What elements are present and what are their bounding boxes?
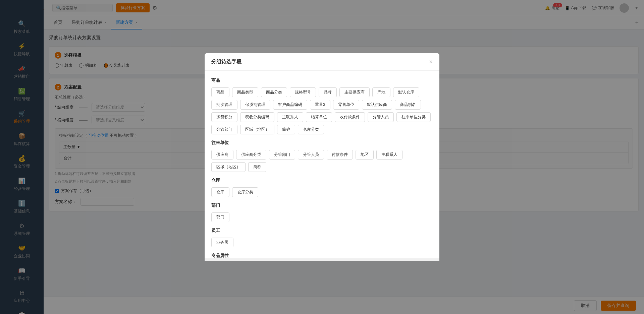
field-tag-0-9[interactable]: 保质期管理: [240, 100, 270, 110]
modal-section-fields-4: 业务员: [211, 238, 433, 247]
field-tag-0-10[interactable]: 客户商品编码: [273, 100, 307, 110]
modal-close-button[interactable]: ×: [429, 59, 433, 65]
field-tag-0-3[interactable]: 规格型号: [290, 87, 316, 97]
field-tag-0-5[interactable]: 主要供应商: [339, 87, 370, 97]
modal-section-fields-1: 供应商供应商分类分管部门分管人员付款条件地区主联系人区域（地区）简称: [211, 150, 433, 172]
field-tag-0-23[interactable]: 区域（地区）: [240, 125, 274, 134]
modal-section-title-5: 商品属性: [211, 253, 433, 259]
field-tag-1-7[interactable]: 区域（地区）: [211, 162, 246, 172]
field-tag-1-6[interactable]: 主联系人: [376, 150, 402, 160]
field-tag-0-7[interactable]: 默认仓库: [393, 87, 419, 97]
field-tag-0-1[interactable]: 商品类型: [232, 87, 258, 97]
field-tag-0-16[interactable]: 税收分类编码: [240, 112, 274, 122]
field-tag-2-1[interactable]: 仓库分类: [232, 187, 258, 197]
field-tag-4-0[interactable]: 业务员: [211, 238, 233, 247]
modal-title: 分组待选字段: [211, 59, 241, 65]
field-tag-0-12[interactable]: 零售单位: [333, 100, 359, 110]
modal-section-fields-0: 商品商品类型商品分类规格型号品牌主要供应商产地默认仓库批次管理保质期管理客户商品…: [211, 87, 433, 134]
field-tag-1-2[interactable]: 分管部门: [269, 150, 295, 160]
field-tag-0-4[interactable]: 品牌: [319, 87, 337, 97]
field-tag-0-19[interactable]: 收付款条件: [335, 112, 365, 122]
field-tag-0-22[interactable]: 分管部门: [211, 125, 237, 134]
field-tag-0-15[interactable]: 拣货积分: [211, 112, 237, 122]
modal-section-fields-2: 仓库仓库分类: [211, 187, 433, 197]
field-tag-1-0[interactable]: 供应商: [211, 150, 233, 160]
field-tag-0-13[interactable]: 默认供应商: [362, 100, 392, 110]
field-tag-0-14[interactable]: 商品别名: [395, 100, 421, 110]
field-tag-0-18[interactable]: 结算单位: [306, 112, 332, 122]
field-tag-0-0[interactable]: 商品: [211, 87, 229, 97]
field-tag-0-6[interactable]: 产地: [372, 87, 390, 97]
field-tag-1-1[interactable]: 供应商分类: [236, 150, 266, 160]
modal-section-fields-3: 部门: [211, 212, 433, 222]
modal-horizontal-scrollbar[interactable]: [205, 258, 439, 261]
field-tag-0-25[interactable]: 仓库分类: [298, 125, 324, 134]
modal-section-title-2: 仓库: [211, 177, 433, 183]
field-tag-1-3[interactable]: 分管人员: [298, 150, 324, 160]
field-tag-2-0[interactable]: 仓库: [211, 187, 229, 197]
field-tag-0-20[interactable]: 分管人员: [368, 112, 394, 122]
field-tag-3-0[interactable]: 部门: [211, 212, 229, 222]
modal-dialog: 分组待选字段 × 商品商品商品类型商品分类规格型号品牌主要供应商产地默认仓库批次…: [205, 53, 439, 261]
field-tag-0-21[interactable]: 往来单位分类: [396, 112, 431, 122]
modal-section-title-3: 部门: [211, 202, 433, 208]
field-tag-1-4[interactable]: 付款条件: [327, 150, 353, 160]
modal-body: 商品商品商品类型商品分类规格型号品牌主要供应商产地默认仓库批次管理保质期管理客户…: [205, 71, 439, 259]
modal-section-title-4: 员工: [211, 228, 433, 234]
field-tag-0-8[interactable]: 批次管理: [211, 100, 237, 110]
modal-header: 分组待选字段 ×: [205, 53, 439, 71]
modal-overlay[interactable]: 分组待选字段 × 商品商品商品类型商品分类规格型号品牌主要供应商产地默认仓库批次…: [0, 0, 644, 314]
modal-section-title-1: 往来单位: [211, 140, 433, 146]
field-tag-0-11[interactable]: 重量3: [310, 100, 330, 110]
modal-section-title-0: 商品: [211, 77, 433, 83]
field-tag-0-24[interactable]: 简称: [277, 125, 295, 134]
field-tag-1-8[interactable]: 简称: [248, 162, 266, 172]
field-tag-0-17[interactable]: 主联系人: [277, 112, 303, 122]
field-tag-1-5[interactable]: 地区: [356, 150, 374, 160]
field-tag-0-2[interactable]: 商品分类: [261, 87, 287, 97]
